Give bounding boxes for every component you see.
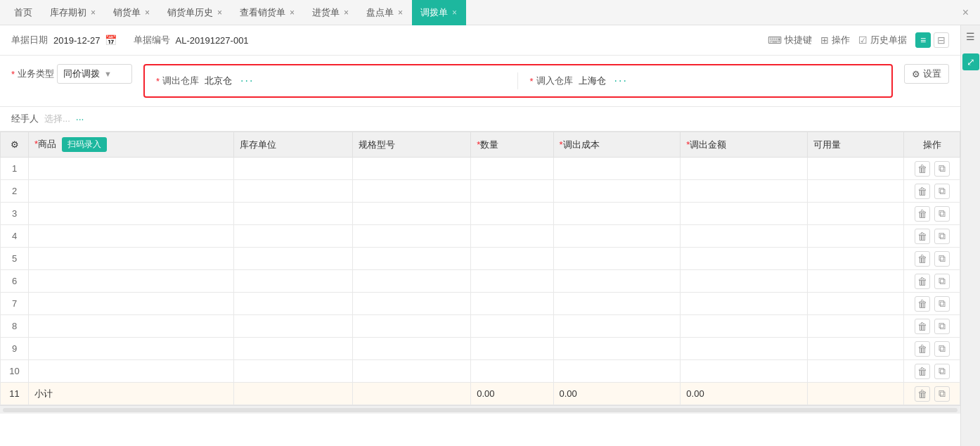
tab-close-view-sales[interactable]: × (290, 8, 295, 17)
goods-cell-1[interactable] (29, 158, 234, 180)
copy-icon[interactable]: ⧉ (934, 364, 950, 379)
goods-cell-9[interactable] (29, 338, 234, 360)
operations-label: 操作 (832, 34, 850, 46)
cost-cell-4[interactable] (553, 225, 681, 248)
copy-icon[interactable]: ⧉ (934, 184, 950, 199)
copy-icon[interactable]: ⧉ (934, 319, 950, 334)
list-view-button[interactable]: ≡ (915, 32, 931, 48)
goods-cell-2[interactable] (29, 180, 234, 203)
qty-cell-3[interactable] (471, 203, 553, 225)
business-type-select[interactable]: 同价调拨 ▼ (57, 64, 132, 84)
amount-cell-8[interactable] (681, 315, 808, 338)
qty-cell-8[interactable] (471, 315, 553, 338)
goods-cell-7[interactable] (29, 293, 234, 315)
amount-cell-1[interactable] (681, 158, 808, 180)
amount-cell-3[interactable] (681, 203, 808, 225)
copy-icon[interactable]: ⧉ (934, 229, 950, 244)
cost-cell-8[interactable] (553, 315, 681, 338)
tab-transfer-order[interactable]: 调拨单× (412, 0, 466, 25)
qty-cell-4[interactable] (471, 225, 553, 248)
delete-icon[interactable]: 🗑 (915, 229, 930, 244)
qty-cell-5[interactable] (471, 248, 553, 270)
calendar-icon[interactable]: 📅 (105, 34, 117, 46)
delete-icon[interactable]: 🗑 (915, 206, 930, 222)
copy-icon[interactable]: ⧉ (934, 206, 950, 222)
header-right: ⌨ 快捷键 ⊞ 操作 ☑ 历史单据 ≡ ⊟ (768, 32, 949, 48)
tab-purchase-order[interactable]: 进货单× (304, 0, 358, 25)
tab-close-sales-history[interactable]: × (217, 8, 222, 17)
amount-cell-2[interactable] (681, 180, 808, 203)
operations-button[interactable]: ⊞ 操作 (820, 34, 850, 46)
delete-icon[interactable]: 🗑 (915, 161, 930, 177)
tab-sales-history[interactable]: 销货单历史× (159, 0, 231, 25)
qty-cell-2[interactable] (471, 180, 553, 203)
scrollbar[interactable] (0, 405, 960, 414)
side-expand-icon[interactable]: ⤢ (962, 53, 979, 70)
cost-cell-10[interactable] (553, 360, 681, 383)
tab-close-inventory-init[interactable]: × (91, 8, 96, 17)
copy-icon[interactable]: ⧉ (934, 161, 950, 177)
goods-cell-3[interactable] (29, 203, 234, 225)
tab-home[interactable]: 首页 (6, 0, 41, 25)
delete-icon[interactable]: 🗑 (915, 274, 930, 289)
qty-cell-10[interactable] (471, 360, 553, 383)
goods-cell-6[interactable] (29, 270, 234, 293)
amount-cell-7[interactable] (681, 293, 808, 315)
tab-close-sales-order[interactable]: × (145, 8, 150, 17)
side-doc-icon[interactable]: ☰ (962, 28, 979, 45)
goods-cell-5[interactable] (29, 248, 234, 270)
goods-cell-4[interactable] (29, 225, 234, 248)
tab-close-purchase-order[interactable]: × (344, 8, 349, 17)
amount-cell-9[interactable] (681, 338, 808, 360)
qty-cell-9[interactable] (471, 338, 553, 360)
tab-close-inventory-check[interactable]: × (398, 8, 403, 17)
grid-view-button[interactable]: ⊟ (934, 32, 949, 48)
delete-icon[interactable]: 🗑 (915, 251, 930, 267)
amount-cell-5[interactable] (681, 248, 808, 270)
qty-cell-6[interactable] (471, 270, 553, 293)
copy-icon[interactable]: ⧉ (934, 341, 950, 357)
cost-cell-3[interactable] (553, 203, 681, 225)
copy-icon[interactable]: ⧉ (934, 251, 950, 267)
out-wh-dots-icon[interactable]: ··· (240, 75, 254, 87)
cost-cell-5[interactable] (553, 248, 681, 270)
handler-dots-icon[interactable]: ··· (76, 113, 84, 125)
delete-icon[interactable]: 🗑 (915, 364, 930, 379)
copy-icon[interactable]: ⧉ (934, 386, 950, 402)
scan-button[interactable]: 扫码录入 (62, 137, 107, 152)
tab-sales-order[interactable]: 销货单× (105, 0, 159, 25)
amount-cell-10[interactable] (681, 360, 808, 383)
tab-inventory-init[interactable]: 库存期初× (41, 0, 105, 25)
th-gear[interactable]: ⚙ (1, 132, 29, 158)
delete-icon[interactable]: 🗑 (915, 341, 930, 357)
unit-cell-2 (234, 180, 352, 203)
amount-cell-6[interactable] (681, 270, 808, 293)
goods-cell-10[interactable] (29, 360, 234, 383)
settings-button[interactable]: ⚙ 设置 (904, 64, 949, 84)
cost-cell-6[interactable] (553, 270, 681, 293)
cost-cell-2[interactable] (553, 180, 681, 203)
cost-cell-9[interactable] (553, 338, 681, 360)
shortcuts-button[interactable]: ⌨ 快捷键 (768, 34, 812, 46)
in-wh-dots-icon[interactable]: ··· (614, 75, 628, 87)
delete-icon[interactable]: 🗑 (915, 386, 930, 402)
unit-cell-5 (234, 248, 352, 270)
qty-cell-7[interactable] (471, 293, 553, 315)
tab-view-sales[interactable]: 查看销货单× (231, 0, 304, 25)
amount-cell-4[interactable] (681, 225, 808, 248)
tab-close-transfer-order[interactable]: × (452, 8, 457, 17)
copy-icon[interactable]: ⧉ (934, 274, 950, 289)
copy-icon[interactable]: ⧉ (934, 296, 950, 312)
close-all-button[interactable]: × (957, 6, 974, 19)
history-button[interactable]: ☑ 历史单据 (858, 34, 907, 46)
tab-inventory-check[interactable]: 盘点单× (358, 0, 412, 25)
goods-cell-8[interactable] (29, 315, 234, 338)
unit-cell-1 (234, 158, 352, 180)
delete-icon[interactable]: 🗑 (915, 296, 930, 312)
cost-cell-1[interactable] (553, 158, 681, 180)
qty-cell-1[interactable] (471, 158, 553, 180)
handler-select[interactable]: 选择... (44, 113, 70, 125)
delete-icon[interactable]: 🗑 (915, 184, 930, 199)
cost-cell-7[interactable] (553, 293, 681, 315)
delete-icon[interactable]: 🗑 (915, 319, 930, 334)
